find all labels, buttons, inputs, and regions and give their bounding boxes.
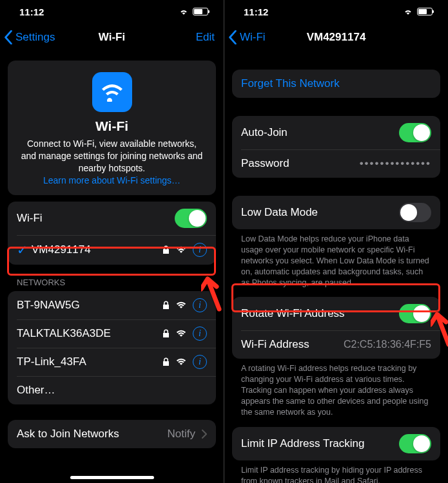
network-name: BT-9NAW5G xyxy=(17,299,80,312)
info-icon[interactable]: i xyxy=(193,355,207,369)
checkmark-icon: ✓ xyxy=(17,242,28,258)
status-time: 11:12 xyxy=(244,6,268,17)
wifi-icon xyxy=(179,8,189,15)
back-label: Settings xyxy=(15,31,55,44)
wifi-toggle[interactable] xyxy=(175,209,207,228)
wifi-icon xyxy=(176,246,186,254)
networks-header: NETWORKS xyxy=(8,265,216,291)
status-bar: 11:12 xyxy=(224,0,448,23)
screen-network-detail: 11:12 Wi-Fi VM4291174 Forget This Networ… xyxy=(224,0,448,483)
lock-icon xyxy=(162,245,170,254)
low-data-toggle[interactable] xyxy=(399,203,431,222)
hero-title: Wi-Fi xyxy=(21,118,203,134)
chevron-left-icon xyxy=(228,30,237,44)
limit-ip-toggle[interactable] xyxy=(399,434,431,453)
network-name: TP-Link_43FA xyxy=(17,355,86,368)
lock-icon xyxy=(162,357,170,366)
lock-icon xyxy=(162,301,170,310)
limit-ip-label: Limit IP Address Tracking xyxy=(241,437,365,450)
limit-ip-row: Limit IP Address Tracking xyxy=(232,427,440,460)
auto-join-label: Auto-Join xyxy=(241,126,287,139)
battery-icon xyxy=(193,8,208,15)
rotate-label: Rotate Wi-Fi Address xyxy=(241,307,345,320)
forget-network-button[interactable]: Forget This Network xyxy=(232,70,440,98)
wifi-app-icon xyxy=(92,72,132,112)
forget-label: Forget This Network xyxy=(241,77,340,90)
chevron-right-icon xyxy=(202,430,207,439)
info-icon[interactable]: i xyxy=(193,243,207,257)
back-button[interactable]: Settings xyxy=(4,23,55,52)
limit-ip-footer: Limit IP address tracking by hiding your… xyxy=(232,460,440,483)
rotate-toggle[interactable] xyxy=(399,304,431,323)
low-data-footer: Low Data Mode helps reduce your iPhone d… xyxy=(232,229,440,288)
wifi-toggle-label: Wi-Fi xyxy=(17,212,43,225)
wifi-master-toggle-row: Wi-Fi xyxy=(8,202,216,235)
hero-card: Wi-Fi Connect to Wi-Fi, view available n… xyxy=(8,61,216,195)
info-icon[interactable]: i xyxy=(193,327,207,341)
wifi-icon xyxy=(403,8,413,15)
connected-network-name: VM4291174 xyxy=(32,243,91,256)
connected-network-row[interactable]: ✓ VM4291174 i xyxy=(8,235,216,265)
page-title: VM4291174 xyxy=(307,31,366,44)
ask-to-join-value: Notify xyxy=(168,428,195,440)
password-row[interactable]: Password •••••••••••••• xyxy=(232,149,440,178)
low-data-label: Low Data Mode xyxy=(241,206,318,219)
back-label: Wi-Fi xyxy=(240,31,266,44)
ask-to-join-row[interactable]: Ask to Join Networks Notify xyxy=(8,420,216,448)
ask-to-join-label: Ask to Join Networks xyxy=(17,428,119,440)
home-indicator[interactable] xyxy=(70,476,154,479)
battery-icon xyxy=(417,8,433,15)
rotate-footer: A rotating Wi-Fi address helps reduce tr… xyxy=(232,359,440,417)
network-name: TALKTALK36A3DE xyxy=(17,327,111,340)
wifi-icon xyxy=(100,82,124,102)
lock-icon xyxy=(162,329,170,338)
edit-button[interactable]: Edit xyxy=(196,23,215,52)
status-time: 11:12 xyxy=(19,6,44,17)
other-network-row[interactable]: Other… xyxy=(8,376,216,404)
status-icons xyxy=(179,8,208,15)
info-icon[interactable]: i xyxy=(193,298,207,312)
network-row[interactable]: TP-Link_43FA i xyxy=(8,348,216,376)
status-bar: 11:12 xyxy=(0,0,224,23)
screen-wifi-settings: 11:12 Settings Wi-Fi Edit Wi-Fi Connect … xyxy=(0,0,224,483)
wifi-address-row[interactable]: Wi-Fi Address C2:C5:18:36:4F:F5 xyxy=(232,330,440,359)
other-label: Other… xyxy=(17,384,55,397)
hero-learn-more-link[interactable]: Learn more about Wi-Fi settings… xyxy=(43,175,180,185)
auto-join-row: Auto-Join xyxy=(232,116,440,149)
wifi-icon xyxy=(176,301,186,309)
nav-bar: Wi-Fi VM4291174 xyxy=(224,23,448,52)
wifi-icon xyxy=(176,330,186,337)
low-data-mode-row: Low Data Mode xyxy=(232,196,440,229)
network-row[interactable]: BT-9NAW5G i xyxy=(8,291,216,319)
wifi-address-value: C2:C5:18:36:4F:F5 xyxy=(344,339,431,350)
page-title: Wi-Fi xyxy=(99,31,125,44)
wifi-address-label: Wi-Fi Address xyxy=(241,338,309,351)
password-label: Password xyxy=(241,157,289,170)
chevron-left-icon xyxy=(4,30,13,44)
wifi-icon xyxy=(176,358,186,366)
status-icons xyxy=(403,8,433,15)
password-mask: •••••••••••••• xyxy=(360,157,431,170)
auto-join-toggle[interactable] xyxy=(399,123,431,142)
nav-bar: Settings Wi-Fi Edit xyxy=(0,23,224,52)
rotate-wifi-row: Rotate Wi-Fi Address xyxy=(232,297,440,330)
hero-body: Connect to Wi-Fi, view available network… xyxy=(21,138,203,175)
network-row[interactable]: TALKTALK36A3DE i xyxy=(8,319,216,348)
back-button[interactable]: Wi-Fi xyxy=(228,23,266,52)
